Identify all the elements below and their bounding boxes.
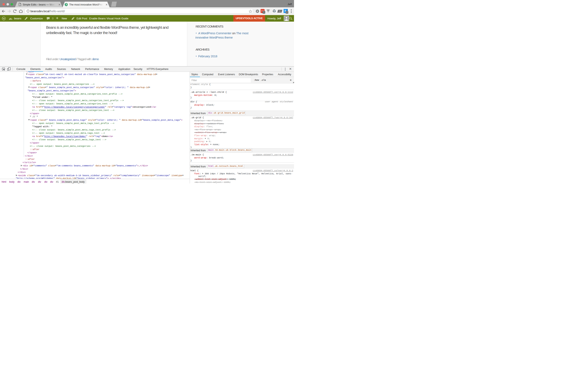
svg-text:W: W bbox=[2, 17, 5, 20]
